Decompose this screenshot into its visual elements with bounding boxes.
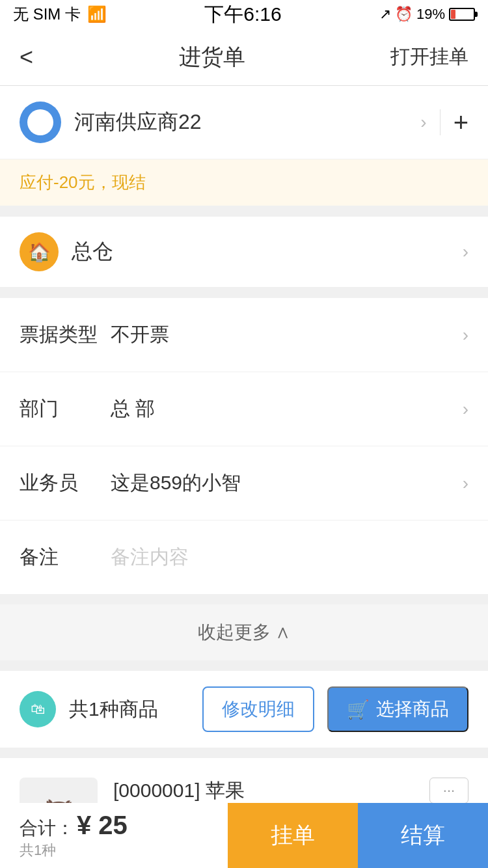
alarm-icon: ⏰ — [395, 6, 413, 23]
salesperson-label: 业务员 — [20, 470, 111, 496]
remark-label: 备注 — [20, 544, 111, 571]
salesperson-row[interactable]: 业务员 这是859的小智 › — [0, 446, 488, 520]
notice-row: 应付-20元，现结 — [0, 159, 488, 206]
more-dots-icon: ··· — [443, 782, 455, 799]
hang-label: 挂单 — [271, 821, 315, 850]
checkout-button[interactable]: 结算 — [358, 803, 488, 868]
location-icon: ↗ — [379, 6, 391, 23]
supplier-avatar — [20, 102, 61, 143]
remark-input[interactable]: 备注内容 — [111, 544, 468, 571]
select-product-label: 选择商品 — [376, 697, 449, 722]
chevron-right-icon: › — [420, 112, 426, 133]
collapse-toggle[interactable]: 收起更多 ∧ — [0, 604, 488, 660]
product-more-button[interactable]: ··· — [429, 778, 468, 804]
status-bar: 无 SIM 卡 📶 下午6:16 ↗ ⏰ 19% — [0, 0, 488, 29]
total-count: 共1种 — [20, 841, 208, 860]
dept-row[interactable]: 部门 总 部 › — [0, 372, 488, 446]
supplier-name: 河南供应商22 — [74, 108, 414, 137]
dept-chevron-icon: › — [463, 399, 468, 420]
salesperson-value: 这是859的小智 — [111, 470, 456, 496]
warehouse-name: 总仓 — [72, 237, 456, 266]
back-button[interactable]: < — [20, 44, 33, 71]
invoice-value: 不开票 — [111, 321, 456, 348]
add-supplier-button[interactable]: + — [454, 108, 468, 137]
collapse-label: 收起更多 ∧ — [198, 622, 291, 642]
house-icon: 🏠 — [28, 241, 51, 263]
remark-row[interactable]: 备注 备注内容 — [0, 520, 488, 594]
avatar-inner — [27, 109, 53, 135]
battery-percent: 19% — [416, 6, 445, 23]
select-cart-icon: 🛒 — [347, 699, 370, 720]
status-left: 无 SIM 卡 📶 — [13, 4, 107, 25]
page-title: 进货单 — [179, 42, 245, 72]
form-section: 票据类型 不开票 › 部门 总 部 › 业务员 这是859的小智 › 备注 备注… — [0, 297, 488, 594]
checkout-label: 结算 — [401, 821, 445, 850]
supplier-row[interactable]: 河南供应商22 › + — [0, 86, 488, 159]
invoice-label: 票据类型 — [20, 321, 111, 348]
warehouse-chevron-icon: › — [463, 241, 468, 262]
status-time: 下午6:16 — [204, 1, 281, 28]
product-title: 苹果 — [206, 780, 245, 801]
status-right: ↗ ⏰ 19% — [379, 6, 475, 23]
total-amount: ¥ 25 — [77, 811, 128, 840]
total-label: 合计： — [20, 816, 74, 841]
product-count-text: 共1种商品 — [69, 696, 189, 723]
open-hang-button[interactable]: 打开挂单 — [390, 44, 468, 70]
product-name: [0000001] 苹果 — [113, 778, 414, 804]
cart-icon: 🛍 — [31, 701, 45, 718]
total-section: 合计： ¥ 25 共1种 — [0, 803, 228, 868]
wifi-icon: 📶 — [87, 5, 107, 23]
product-header: 🛍 共1种商品 修改明细 🛒 选择商品 — [0, 671, 488, 748]
notice-text: 应付-20元，现结 — [20, 172, 146, 192]
nav-bar: < 进货单 打开挂单 — [0, 29, 488, 86]
carrier-text: 无 SIM 卡 — [13, 4, 81, 25]
bottom-bar: 合计： ¥ 25 共1种 挂单 结算 — [0, 803, 488, 868]
vertical-divider — [440, 109, 441, 135]
product-count-icon: 🛍 — [20, 691, 56, 727]
supplier-section: 河南供应商22 › + 应付-20元，现结 — [0, 86, 488, 206]
battery-icon — [449, 8, 475, 21]
warehouse-row[interactable]: 🏠 总仓 › — [0, 217, 488, 287]
invoice-chevron-icon: › — [463, 325, 468, 346]
warehouse-icon: 🏠 — [20, 232, 59, 271]
dept-label: 部门 — [20, 396, 111, 422]
salesperson-chevron-icon: › — [463, 473, 468, 494]
dept-value: 总 部 — [111, 396, 456, 422]
hang-button[interactable]: 挂单 — [228, 803, 358, 868]
invoice-row[interactable]: 票据类型 不开票 › — [0, 297, 488, 372]
products-section: 🛍 共1种商品 修改明细 🛒 选择商品 — [0, 671, 488, 748]
modify-detail-button[interactable]: 修改明细 — [202, 686, 314, 732]
warehouse-section: 🏠 总仓 › — [0, 217, 488, 287]
product-code: [0000001] — [113, 780, 200, 801]
select-product-button[interactable]: 🛒 选择商品 — [327, 686, 468, 732]
